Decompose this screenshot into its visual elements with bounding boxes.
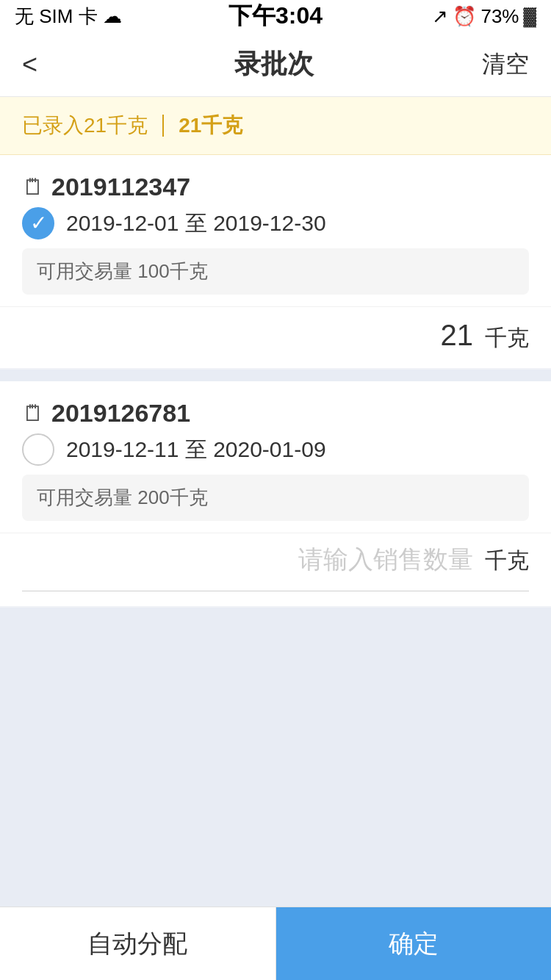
status-time: 下午3:04 — [228, 0, 323, 32]
batch-qty-row-2[interactable]: 千克 — [0, 533, 551, 591]
doc-icon-2: 🗒 — [22, 401, 44, 426]
location-icon: ↗ — [432, 5, 448, 28]
batch-qty-unit-2: 千克 — [485, 546, 529, 576]
section-separator — [0, 370, 551, 381]
batch-date-row-2: ✓ 2019-12-11 至 2020-01-09 — [0, 433, 551, 475]
clear-button[interactable]: 清空 — [482, 48, 529, 81]
batch-header-1: 🗒 2019112347 — [0, 155, 551, 207]
batch-date-1: 2019-12-01 至 2019-12-30 — [66, 209, 326, 239]
batch-qty-row-1: 21 千克 — [0, 306, 551, 368]
batch-date-2: 2019-12-11 至 2020-01-09 — [66, 435, 326, 465]
batch-available-1: 可用交易量 100千克 — [22, 248, 529, 295]
checkmark-1: ✓ — [30, 213, 47, 234]
checkmark-2: ✓ — [30, 439, 47, 460]
card-bottom-padding — [0, 591, 551, 606]
batch-card-2: 🗒 2019126781 ✓ 2019-12-11 至 2020-01-09 可… — [0, 381, 551, 606]
auto-distribute-button[interactable]: 自动分配 — [0, 907, 276, 980]
qty-input-wrapper[interactable]: 千克 — [22, 545, 529, 576]
summary-label: 已录入21千克 — [22, 112, 148, 140]
batch-checkbox-1[interactable]: ✓ — [22, 207, 54, 239]
batch-id-2: 2019126781 — [51, 399, 190, 428]
status-right: ↗ ⏰ 73% ▓ — [432, 5, 536, 28]
summary-banner: 已录入21千克 21千克 — [0, 97, 551, 155]
summary-value: 21千克 — [179, 112, 242, 140]
batch-card-1: 🗒 2019112347 ✓ 2019-12-01 至 2019-12-30 可… — [0, 155, 551, 368]
status-left: 无 SIM 卡 ☁ — [15, 4, 122, 29]
summary-divider — [162, 115, 164, 137]
batch-available-2: 可用交易量 200千克 — [22, 475, 529, 521]
footer: 自动分配 确定 — [0, 907, 551, 980]
status-bar: 无 SIM 卡 ☁ 下午3:04 ↗ ⏰ 73% ▓ — [0, 0, 551, 32]
page-title: 录批次 — [234, 46, 314, 82]
doc-icon-1: 🗒 — [22, 175, 44, 200]
nav-bar: < 录批次 清空 — [0, 32, 551, 97]
batch-date-row-1: ✓ 2019-12-01 至 2019-12-30 — [0, 207, 551, 248]
batch-qty-unit-1: 千克 — [485, 323, 529, 353]
no-sim-text: 无 SIM 卡 ☁ — [15, 4, 122, 29]
batch-id-1: 2019112347 — [51, 173, 190, 201]
alarm-icon: ⏰ — [453, 5, 476, 28]
batch-checkbox-2[interactable]: ✓ — [22, 433, 54, 466]
batch-qty-value-1: 21 — [441, 319, 474, 352]
confirm-button[interactable]: 确定 — [276, 907, 552, 980]
battery-text: 73% — [480, 5, 519, 28]
batch-header-2: 🗒 2019126781 — [0, 381, 551, 433]
battery-icon: ▓ — [524, 6, 537, 26]
back-button[interactable]: < — [22, 49, 66, 80]
batch-qty-input-2[interactable] — [253, 545, 473, 574]
